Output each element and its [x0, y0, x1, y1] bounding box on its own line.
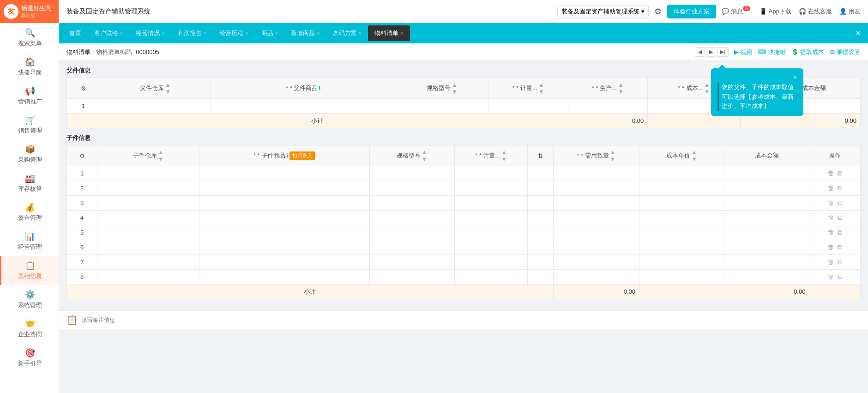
prev-button[interactable]: ◀: [695, 47, 705, 57]
child-th-settings[interactable]: ⚙: [67, 145, 97, 166]
extract-cost-action[interactable]: 💲 提取成本: [791, 48, 824, 56]
child-spec-cell[interactable]: [369, 196, 454, 211]
sidebar-item-inventory[interactable]: 🏭 库存核算: [0, 169, 59, 198]
child-unit-cost-cell[interactable]: [639, 196, 724, 211]
nav-close-button[interactable]: ×: [852, 27, 864, 40]
tooltip-close-button[interactable]: ×: [793, 73, 797, 83]
sidebar-item-enterprise[interactable]: 🤝 企业协同: [0, 314, 59, 343]
child-qty-cell[interactable]: [553, 196, 639, 211]
copy-icon[interactable]: ⧉: [837, 169, 843, 178]
trial-button[interactable]: 体验行业方案: [667, 5, 716, 18]
parent-prod-cell[interactable]: [568, 99, 647, 114]
parent-product-cell[interactable]: [211, 99, 396, 114]
parent-spec-cell[interactable]: [396, 99, 488, 114]
tab-close-icon[interactable]: ×: [162, 30, 164, 36]
child-product-cell[interactable]: [199, 181, 369, 196]
child-product-cell[interactable]: [199, 196, 369, 211]
child-spec-cell[interactable]: [369, 270, 454, 284]
sidebar-item-finance[interactable]: 💰 资金管理: [0, 198, 59, 227]
delete-icon[interactable]: 🗑: [826, 183, 835, 193]
child-qty-cell[interactable]: [553, 270, 639, 284]
child-product-cell[interactable]: [199, 255, 369, 270]
tab-goods[interactable]: 商品×: [255, 25, 284, 41]
child-spec-cell[interactable]: [369, 181, 454, 196]
child-product-cell[interactable]: [199, 166, 369, 181]
child-warehouse-cell[interactable]: [97, 270, 199, 284]
child-product-cell[interactable]: [199, 211, 369, 225]
tab-close-icon[interactable]: ×: [359, 30, 362, 36]
child-qty-cell[interactable]: [553, 166, 639, 181]
child-qty-cell[interactable]: [553, 240, 639, 255]
parent-th-settings[interactable]: ⚙: [67, 78, 100, 99]
sidebar-item-operation[interactable]: 📊 经营管理: [0, 227, 59, 256]
sidebar-item-basic-info[interactable]: 📋 基础信息: [0, 256, 59, 285]
app-download-button[interactable]: 📱 App下载: [760, 7, 791, 16]
copy-icon[interactable]: ⧉: [837, 242, 843, 252]
sidebar-item-search[interactable]: 🔍 搜索菜单: [0, 23, 59, 52]
tab-close-icon[interactable]: ×: [317, 30, 319, 36]
child-product-cell[interactable]: [199, 240, 369, 255]
child-warehouse-cell[interactable]: [97, 166, 199, 181]
child-warehouse-cell[interactable]: [97, 240, 199, 255]
child-warehouse-cell[interactable]: [97, 181, 199, 196]
delete-icon[interactable]: 🗑: [826, 198, 835, 207]
tab-close-icon[interactable]: ×: [245, 30, 248, 36]
child-qty-cell[interactable]: [553, 211, 639, 225]
bottom-text[interactable]: 填写备注信息: [82, 316, 115, 324]
child-qty-cell[interactable]: [553, 181, 639, 196]
child-warehouse-cell[interactable]: [97, 255, 199, 270]
next-button[interactable]: ▶: [706, 47, 716, 57]
parent-warehouse-cell[interactable]: [100, 99, 211, 114]
child-spec-cell[interactable]: [369, 240, 454, 255]
view-action[interactable]: ▶ 视频: [734, 48, 752, 56]
sidebar-item-system[interactable]: ⚙️ 系统管理: [0, 285, 59, 314]
delete-icon[interactable]: 🗑: [826, 257, 835, 266]
child-warehouse-cell[interactable]: [97, 211, 199, 225]
sidebar-item-quick-nav[interactable]: 🏠 快捷导航: [0, 52, 59, 81]
delete-icon[interactable]: 🗑: [826, 228, 835, 237]
child-unit-cost-cell[interactable]: [639, 240, 724, 255]
child-unit-cost-cell[interactable]: [639, 255, 724, 270]
last-button[interactable]: ▶|: [717, 47, 729, 57]
copy-icon[interactable]: ⧉: [837, 213, 843, 222]
child-unit-cell[interactable]: [454, 225, 528, 240]
delete-icon[interactable]: 🗑: [826, 272, 835, 281]
child-unit-cell[interactable]: [454, 166, 528, 181]
child-unit-cell[interactable]: [454, 181, 528, 196]
shortcut-action[interactable]: ⌨ 快捷键: [758, 48, 786, 56]
settings-icon[interactable]: ⚙: [654, 6, 662, 17]
tab-close-icon[interactable]: ×: [275, 30, 278, 36]
child-qty-cell[interactable]: [553, 225, 639, 240]
child-product-cell[interactable]: [199, 225, 369, 240]
copy-icon[interactable]: ⧉: [837, 257, 843, 266]
tab-home[interactable]: 首页: [63, 25, 88, 41]
sidebar-item-guide[interactable]: 🎯 新手引导: [0, 343, 59, 372]
scan-button[interactable]: 扫码录入: [289, 151, 315, 160]
parent-unit-cell[interactable]: [488, 99, 568, 114]
tab-close-icon[interactable]: ×: [400, 30, 403, 36]
tab-operation-history[interactable]: 经营历程×: [213, 25, 254, 41]
sidebar-item-marketing[interactable]: 📢 营销推广: [0, 81, 59, 110]
system-dropdown[interactable]: 装备及固定资产辅助管理系统 ▾: [557, 5, 649, 18]
tab-bom[interactable]: 物料清单×: [368, 25, 410, 41]
child-unit-cell[interactable]: [454, 196, 528, 211]
child-spec-cell[interactable]: [369, 211, 454, 225]
child-unit-cell[interactable]: [454, 211, 528, 225]
child-unit-cell[interactable]: [454, 270, 528, 284]
user-menu[interactable]: 👤 用友: [839, 7, 861, 16]
child-unit-cost-cell[interactable]: [639, 211, 724, 225]
copy-icon[interactable]: ⧉: [837, 228, 843, 237]
sidebar-item-purchase[interactable]: 📦 采购管理: [0, 139, 59, 169]
tab-barcode[interactable]: 条码方案×: [326, 25, 368, 41]
child-spec-cell[interactable]: [369, 166, 454, 181]
copy-icon[interactable]: ⧉: [837, 272, 843, 281]
child-warehouse-cell[interactable]: [97, 225, 199, 240]
copy-icon[interactable]: ⧉: [837, 198, 843, 207]
tab-customer[interactable]: 客户联络×: [88, 25, 129, 41]
child-spec-cell[interactable]: [369, 225, 454, 240]
breadcrumb-bom[interactable]: 物料清单: [66, 48, 90, 56]
delete-icon[interactable]: 🗑: [826, 213, 835, 222]
tab-new-goods[interactable]: 新增商品×: [284, 25, 326, 41]
sidebar-item-sales[interactable]: 🛒 销售管理: [0, 110, 59, 139]
copy-icon[interactable]: ⧉: [837, 183, 843, 193]
